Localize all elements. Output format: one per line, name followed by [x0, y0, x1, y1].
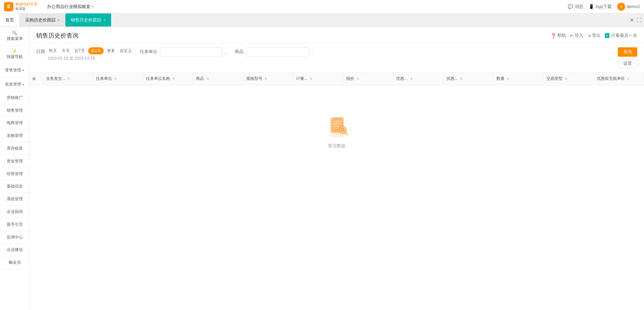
col-pretax-price[interactable]: 优惠前无税单价 ⇅ — [594, 72, 644, 85]
tab-purchase-close[interactable]: × — [58, 18, 60, 22]
tab-purchase-label: 采购历史价跟踪 — [25, 17, 56, 23]
goods-input-group: ... — [246, 47, 314, 57]
query-button[interactable]: 查询 — [618, 47, 637, 57]
col-quote[interactable]: 报价 ⇅ — [343, 72, 393, 85]
col-trade-type[interactable]: 交易类型 ⇅ — [544, 72, 594, 85]
col-discount2[interactable]: 优惠... ⇅ — [443, 72, 493, 85]
empty-icon — [323, 112, 350, 139]
col-qty[interactable]: 数量 ⇅ — [494, 72, 544, 85]
sort-icon: ⇅ — [67, 77, 70, 81]
sidebar-item-sales-mgmt[interactable]: 销售管理 — [0, 104, 29, 117]
fullscreen-button[interactable]: ⛶ — [637, 17, 641, 23]
goods-label: 商品 — [235, 47, 244, 55]
col-settings[interactable]: ⚙ — [30, 72, 43, 85]
goods-filter-group: 商品 ... — [235, 47, 314, 57]
sort-icon: ⇅ — [310, 77, 312, 81]
goods-ellipsis[interactable]: ... — [311, 50, 314, 55]
data-table: ⚙ 业务发生... ⇅ 往来单位 ⇅ 往来单位名称 ⇅ — [30, 72, 644, 85]
sort-icon: ⇅ — [206, 77, 209, 81]
date-btn-yesterday[interactable]: 昨天 — [48, 47, 58, 54]
sidebar-item-enterprise[interactable]: 企业协同 — [0, 206, 29, 218]
sidebar-item-purchase[interactable]: 采购管理 — [0, 130, 29, 142]
date-filter-group: 日期 昨天 今天 近7天 近1月 更多 自定义 2023-02-18 至 202… — [36, 47, 133, 61]
page-title: 销售历史价查询 — [36, 32, 78, 40]
top-bar: 6 畅捷信好生意 标准版 办公用品行业模拟账套 ▾ 💬 消息 📱 App下载 d… — [0, 0, 644, 13]
col-goods[interactable]: 商品 ⇅ — [193, 72, 243, 85]
chevron-down-icon: ▾ — [22, 68, 24, 73]
top-bar-left: 6 畅捷信好生意 标准版 办公用品行业模拟账套 ▾ — [4, 2, 94, 11]
sidebar-item-system[interactable]: 系统管理 — [0, 193, 29, 206]
tab-bar: 首页 采购历史价跟踪 × 销售历史价跟踪 × ✕ ⛶ — [0, 13, 644, 27]
sidebar-item-finance[interactable]: 资金管理 — [0, 155, 29, 168]
tab-sales-close[interactable]: × — [103, 18, 105, 22]
sidebar-item-wholesale[interactable]: 批发管理 ▴ — [0, 78, 29, 92]
tab-bar-actions: ✕ ⛶ — [627, 13, 644, 27]
import-icon: ↩ — [570, 33, 574, 38]
tab-home[interactable]: 首页 — [0, 13, 20, 27]
source-unit-input[interactable] — [160, 47, 222, 57]
sidebar-item-ecommerce[interactable]: 电商管理 — [0, 117, 29, 130]
date-btn-custom[interactable]: 自定义 — [118, 47, 133, 54]
settings-icon: ⚙ — [32, 76, 36, 81]
help-button[interactable]: ❓ 帮助 — [551, 33, 566, 39]
filter-dates: 昨天 今天 近7天 近1月 更多 自定义 2023-02-18 至 2023-0… — [48, 47, 133, 61]
empty-state: 暂无数据 — [30, 85, 644, 176]
col-unit[interactable]: 计量... ⇅ — [293, 72, 343, 85]
page-actions: ❓ 帮助 ↩ 导入 ↪ 导出 ✓ 只看最后一次 — [551, 33, 637, 39]
col-biz-date[interactable]: 业务发生... ⇅ — [43, 72, 93, 85]
export-icon: ↪ — [587, 33, 591, 38]
date-range-display: 2023-02-18 至 2023-03-18 — [48, 56, 133, 61]
sidebar-item-newguide[interactable]: 新手引导 — [0, 218, 29, 231]
svg-point-0 — [328, 134, 345, 138]
app-selector[interactable]: 办公用品行业模拟账套 ▾ — [47, 4, 94, 10]
sidebar: 🔍 搜索菜单 ⚡ 快捷导航 零售管理 ▾ 批发管理 ▴ 营销推广 销售管理 电商… — [0, 27, 30, 310]
sidebar-item-search[interactable]: 🔍 搜索菜单 — [0, 27, 29, 45]
date-btn-today[interactable]: 今天 — [60, 47, 71, 54]
content-area: 销售历史价查询 ❓ 帮助 ↩ 导入 ↪ 导出 ✓ 只看最后一次 — [30, 27, 644, 310]
sort-icon: ⇅ — [172, 77, 175, 81]
sort-icon: ⇅ — [114, 77, 117, 81]
goods-input[interactable] — [246, 47, 309, 57]
tab-purchase[interactable]: 采购历史价跟踪 × — [20, 13, 65, 27]
message-icon: 💬 — [568, 4, 573, 9]
sort-icon: ⇅ — [460, 77, 463, 81]
sidebar-item-member[interactable]: 畅会员 — [0, 256, 29, 269]
sidebar-item-marketing[interactable]: 营销推广 — [0, 92, 29, 104]
sort-icon: ⇅ — [410, 77, 413, 81]
page-header: 销售历史价查询 ❓ 帮助 ↩ 导入 ↪ 导出 ✓ 只看最后一次 — [30, 27, 644, 43]
import-button[interactable]: ↩ 导入 — [570, 33, 583, 39]
sidebar-item-quicknav[interactable]: ⚡ 快捷导航 — [0, 45, 29, 64]
filter-actions: 查询 设置 — [618, 47, 637, 68]
sort-icon: ⇅ — [565, 77, 568, 81]
col-unit-code[interactable]: 往来单位 ⇅ — [93, 72, 143, 85]
sidebar-item-retail[interactable]: 零售管理 ▾ — [0, 63, 29, 78]
source-unit-label: 往来单位 — [140, 47, 157, 55]
user-menu[interactable]: d demo2 — [617, 3, 640, 11]
tab-sales[interactable]: 销售历史价跟踪 × — [65, 13, 111, 27]
sort-icon: ⇅ — [357, 77, 359, 81]
source-unit-filter-group: 往来单位 ... — [140, 47, 228, 57]
sidebar-item-appcenter[interactable]: 应用中心 — [0, 231, 29, 244]
date-btn-more[interactable]: 更多 — [106, 47, 116, 54]
app-download-button[interactable]: 📱 App下载 — [589, 4, 612, 10]
sidebar-item-basic[interactable]: 基础信息 — [0, 180, 29, 193]
tab-sales-label: 销售历史价跟踪 — [71, 17, 101, 23]
filter-bar: 日期 昨天 今天 近7天 近1月 更多 自定义 2023-02-18 至 202… — [30, 43, 644, 72]
sidebar-item-operations[interactable]: 经营管理 — [0, 168, 29, 180]
export-button[interactable]: ↪ 导出 — [587, 33, 601, 39]
sidebar-item-corpwechat[interactable]: 企业微信 — [0, 244, 29, 256]
message-button[interactable]: 💬 消息 — [568, 4, 583, 10]
close-all-tabs-button[interactable]: ✕ — [630, 17, 634, 23]
only-last-checkbox[interactable]: ✓ — [605, 33, 609, 38]
date-btn-1month[interactable]: 近1月 — [88, 47, 104, 54]
sort-icon: ⇅ — [264, 77, 267, 81]
col-spec[interactable]: 规格型号 ⇅ — [243, 72, 293, 85]
sidebar-item-inventory[interactable]: 库存核算 — [0, 142, 29, 155]
col-discount1[interactable]: 优惠... ⇅ — [393, 72, 443, 85]
settings-button[interactable]: 设置 — [618, 59, 637, 68]
source-unit-ellipsis[interactable]: ... — [224, 50, 228, 55]
table-area: ⚙ 业务发生... ⇅ 往来单位 ⇅ 往来单位名称 ⇅ — [30, 72, 644, 310]
col-unit-name[interactable]: 往来单位名称 ⇅ — [143, 72, 193, 85]
date-btn-7days[interactable]: 近7天 — [73, 47, 86, 54]
only-last-checkbox-area[interactable]: ✓ 只看最后一次 — [605, 33, 637, 39]
